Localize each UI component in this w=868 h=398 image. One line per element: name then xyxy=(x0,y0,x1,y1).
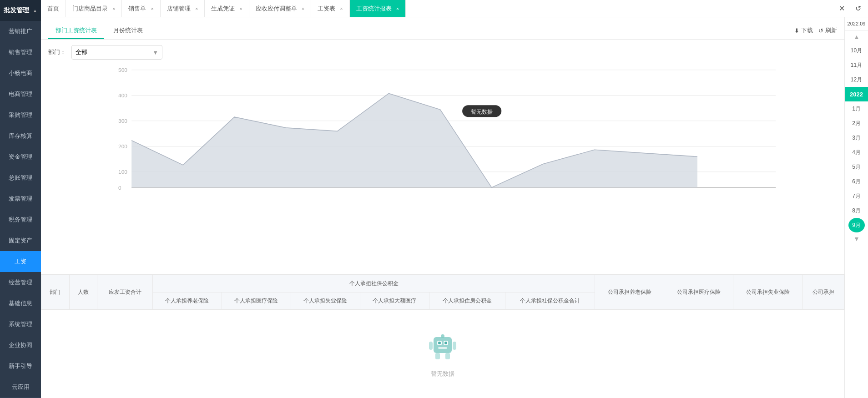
table-area[interactable]: 部门 人数 应发工资合计 个人承担社保公积金 公司承担养老保险 公司承担医疗保险… xyxy=(41,274,844,398)
calendar-month-8月[interactable]: 8月 xyxy=(845,203,868,218)
table-header-company-unemployment: 公司承担失业保险 xyxy=(733,275,802,310)
tab-close-icon[interactable]: × xyxy=(112,6,115,11)
tab-close-icon[interactable]: × xyxy=(195,6,198,11)
empty-robot-icon xyxy=(424,328,461,364)
action-buttons: ⬇ 下载 ↺ 刷新 xyxy=(794,26,837,39)
sidebar-item-发票管理[interactable]: 发票管理 xyxy=(0,188,41,209)
svg-point-24 xyxy=(438,342,441,344)
sidebar-item-小畅电商[interactable]: 小畅电商 xyxy=(0,63,41,84)
svg-text:400: 400 xyxy=(118,92,127,99)
tab-close-icon[interactable]: × xyxy=(151,6,153,11)
table-header-company-pension: 公司承担养老保险 xyxy=(595,275,664,310)
svg-text:暂无数据: 暂无数据 xyxy=(471,109,493,115)
sidebar-item-基础信息[interactable]: 基础信息 xyxy=(0,293,41,314)
calendar-year-display: 2022.09 xyxy=(845,17,868,30)
calendar-month-6月[interactable]: 6月 xyxy=(845,174,868,189)
sidebar-item-新手引导[interactable]: 新手引导 xyxy=(0,356,41,377)
tab-refresh-button[interactable]: ↺ xyxy=(852,2,864,15)
tab-应收应付调整单[interactable]: 应收应付调整单× xyxy=(249,0,311,17)
tab-close-icon[interactable]: × xyxy=(302,6,304,11)
tab-生成凭证[interactable]: 生成凭证× xyxy=(205,0,249,17)
tab-label: 首页 xyxy=(47,5,59,13)
svg-rect-22 xyxy=(435,353,440,359)
tab-销售单[interactable]: 销售单× xyxy=(122,0,160,17)
sidebar-collapse-icon: ▲ xyxy=(33,8,37,13)
calendar-month-5月[interactable]: 5月 xyxy=(845,160,868,174)
table-header-personal-insurance: 个人承担社保公积金 xyxy=(152,275,595,292)
sidebar-item-库存核算[interactable]: 库存核算 xyxy=(0,126,41,146)
calendar-panel: 2022.09 ▲ 10月11月12月20221月2月3月4月5月6月7月8月9… xyxy=(844,17,868,398)
sub-tab-0[interactable]: 部门工资统计表 xyxy=(48,23,104,39)
refresh-button[interactable]: ↺ 刷新 xyxy=(818,26,837,35)
sidebar-item-采购管理[interactable]: 采购管理 xyxy=(0,105,41,126)
empty-state: 暂无数据 xyxy=(41,310,844,396)
calendar-month-2月[interactable]: 2月 xyxy=(845,116,868,131)
tab-close-all-button[interactable]: ✕ xyxy=(835,2,848,15)
dropdown-arrow-icon: ▼ xyxy=(152,49,158,56)
table-header-dept: 部门 xyxy=(41,275,70,310)
sidebar-header[interactable]: 批发管理 ▲ xyxy=(0,0,41,21)
download-button[interactable]: ⬇ 下载 xyxy=(794,26,813,35)
tab-店铺管理[interactable]: 店铺管理× xyxy=(161,0,205,17)
calendar-nav-down[interactable]: ▼ xyxy=(845,232,868,245)
calendar-month-10月[interactable]: 10月 xyxy=(845,43,868,58)
svg-rect-21 xyxy=(453,342,456,350)
sidebar-item-企业协同[interactable]: 企业协同 xyxy=(0,335,41,356)
tab-首页[interactable]: 首页 xyxy=(41,0,66,17)
sidebar-item-云应用[interactable]: 云应用 xyxy=(0,377,41,398)
tab-close-icon[interactable]: × xyxy=(396,6,399,11)
calendar-year-label: 2022.09 xyxy=(848,21,866,26)
calendar-month-1月[interactable]: 1月 xyxy=(845,101,868,116)
empty-text: 暂无数据 xyxy=(431,370,454,378)
table-header-count: 人数 xyxy=(69,275,97,310)
table-header-p-total: 个人承担社保公积金合计 xyxy=(505,292,595,310)
sidebar-item-固定资产[interactable]: 固定资产 xyxy=(0,230,41,251)
refresh-icon: ↺ xyxy=(818,27,823,34)
tab-label: 店铺管理 xyxy=(167,5,191,13)
tab-label: 工资统计报表 xyxy=(356,5,392,13)
table-header-company-other: 公司承担 xyxy=(802,275,844,310)
download-label: 下载 xyxy=(801,26,813,35)
svg-text:0: 0 xyxy=(118,185,121,191)
svg-rect-20 xyxy=(429,342,433,350)
sidebar-item-销售管理[interactable]: 销售管理 xyxy=(0,42,41,63)
sub-tabs: 部门工资统计表月份统计表 xyxy=(48,17,794,39)
sidebar-title: 批发管理 xyxy=(4,6,29,15)
tab-工资表[interactable]: 工资表× xyxy=(311,0,349,17)
table-header-p-housing: 个人承担住房公积金 xyxy=(429,292,505,310)
department-select-value: 全部 xyxy=(76,48,87,56)
tab-label: 应收应付调整单 xyxy=(256,5,297,13)
tab-工资统计报表[interactable]: 工资统计报表× xyxy=(350,0,406,17)
sub-tab-1[interactable]: 月份统计表 xyxy=(106,23,150,39)
calendar-month-4月[interactable]: 4月 xyxy=(845,145,868,160)
sidebar-item-资金管理[interactable]: 资金管理 xyxy=(0,146,41,167)
calendar-month-12月[interactable]: 12月 xyxy=(845,72,868,87)
svg-text:300: 300 xyxy=(118,118,127,124)
tab-close-icon[interactable]: × xyxy=(340,6,343,11)
chart-svg: 500 400 300 200 100 0 xyxy=(48,65,837,192)
sidebar-item-税务管理[interactable]: 税务管理 xyxy=(0,209,41,230)
calendar-month-2022[interactable]: 2022 xyxy=(845,87,868,101)
calendar-month-11月[interactable]: 11月 xyxy=(845,58,868,72)
calendar-month-3月[interactable]: 3月 xyxy=(845,131,868,145)
tab-门店商品目录[interactable]: 门店商品目录× xyxy=(66,0,122,17)
svg-rect-15 xyxy=(434,337,452,353)
sidebar-item-营销推广[interactable]: 营销推广 xyxy=(0,21,41,42)
calendar-nav-up[interactable]: ▲ xyxy=(845,30,868,43)
svg-rect-19 xyxy=(441,334,444,338)
sidebar-item-系统管理[interactable]: 系统管理 xyxy=(0,314,41,335)
sidebar-item-工资[interactable]: 工资 xyxy=(0,251,41,272)
svg-rect-18 xyxy=(438,347,447,349)
filter-toolbar: 部门： 全部 ▼ xyxy=(41,40,844,65)
svg-rect-23 xyxy=(445,353,450,359)
svg-text:100: 100 xyxy=(118,169,127,175)
calendar-month-9月[interactable]: 9月 xyxy=(848,218,865,232)
sidebar-item-总账管理[interactable]: 总账管理 xyxy=(0,167,41,188)
table-header-p-pension: 个人承担养老保险 xyxy=(152,292,222,310)
calendar-month-7月[interactable]: 7月 xyxy=(845,189,868,203)
department-select[interactable]: 全部 ▼ xyxy=(71,45,162,60)
sidebar-item-经营管理[interactable]: 经营管理 xyxy=(0,272,41,293)
tab-close-icon[interactable]: × xyxy=(239,6,242,11)
tab-label: 门店商品目录 xyxy=(72,5,108,13)
sidebar-item-电商管理[interactable]: 电商管理 xyxy=(0,84,41,105)
